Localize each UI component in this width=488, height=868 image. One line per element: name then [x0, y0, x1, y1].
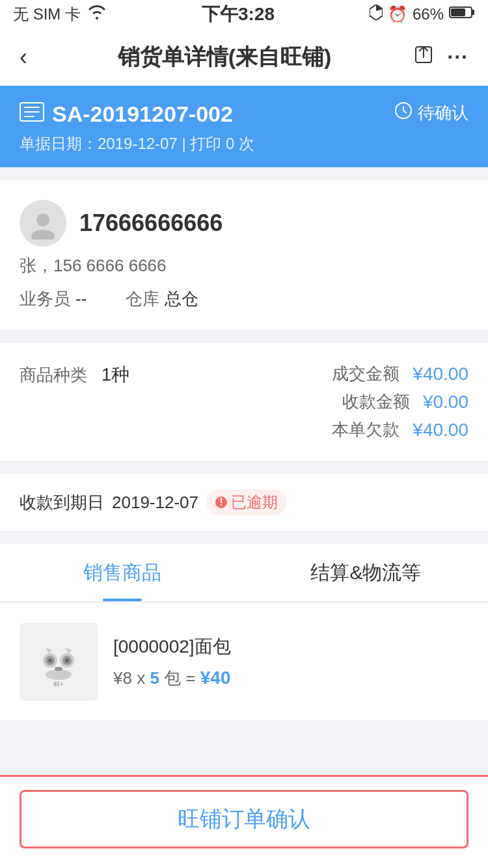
owed-label: 本单欠款 — [332, 418, 400, 441]
svg-point-8 — [31, 230, 55, 239]
multiply-sign: x — [137, 668, 150, 688]
summary-card: 商品种类 1种 成交金额 ¥40.00 收款金额 ¥0.00 本单欠款 ¥40.… — [0, 343, 488, 461]
warehouse-field: 仓库 总仓 — [126, 288, 198, 310]
page-title: 销货单详情(来自旺铺) — [59, 42, 390, 72]
salesperson-label: 业务员 — [20, 288, 70, 310]
owed-amount-row: 本单欠款 ¥40.00 — [332, 418, 468, 441]
quantity: 5 — [150, 668, 159, 688]
customer-phone: 17666666666 — [79, 210, 223, 237]
received-amount-row: 收款金额 ¥0.00 — [342, 390, 468, 413]
alarm-icon: ⏰ — [388, 5, 407, 23]
tab-products[interactable]: 销售商品 — [0, 544, 244, 601]
product-thumbnail: 鲜+ — [20, 623, 98, 701]
more-icon[interactable]: ··· — [447, 45, 468, 69]
back-button[interactable]: ‹ — [20, 44, 59, 71]
nav-actions: ··· — [390, 44, 468, 70]
unit: 包 — [164, 668, 181, 688]
svg-rect-3 — [451, 8, 465, 16]
tab-settlement[interactable]: 结算&物流等 — [244, 544, 488, 601]
battery-icon — [449, 5, 475, 23]
order-status: 待确认 — [394, 102, 468, 124]
salesperson-value: -- — [75, 289, 87, 309]
battery-text: 66% — [413, 5, 444, 23]
svg-rect-16 — [55, 667, 62, 671]
svg-point-14 — [65, 658, 69, 662]
svg-point-7 — [36, 213, 49, 226]
due-date-value: 2019-12-07 — [112, 493, 198, 513]
tab-indicator — [103, 599, 142, 601]
avatar — [20, 200, 66, 247]
received-label: 收款金额 — [342, 390, 410, 413]
status-left: 无 SIM 卡 — [13, 4, 107, 25]
product-types-value: 1种 — [102, 364, 130, 385]
customer-card: 17666666666 张，156 6666 6666 业务员 -- 仓库 总仓 — [0, 180, 488, 330]
svg-rect-2 — [472, 10, 474, 15]
bottom-bar: 旺铺订单确认 — [0, 775, 488, 868]
summary-amounts: 成交金额 ¥40.00 收款金额 ¥0.00 本单欠款 ¥40.00 — [332, 362, 468, 441]
owed-value: ¥40.00 — [413, 420, 468, 441]
confirm-order-button[interactable]: 旺铺订单确认 — [20, 790, 468, 848]
overdue-text: 已逾期 — [231, 492, 278, 513]
due-date-label: 收款到期日 — [20, 491, 104, 514]
product-list: 鲜+ [0000002]面包 ¥8 x 5 包 = ¥40 — [0, 603, 488, 721]
status-bar: 无 SIM 卡 下午3:28 ⏰ 66% — [0, 0, 488, 29]
location-icon — [370, 5, 383, 24]
transaction-value: ¥40.00 — [413, 364, 468, 385]
due-date-row: 收款到期日 2019-12-07 ! 已逾期 — [0, 474, 488, 531]
order-header: SA-20191207-002 单据日期：2019-12-07 | 打印 0 次… — [0, 86, 488, 167]
share-icon[interactable] — [413, 44, 434, 70]
product-name: [0000002]面包 — [113, 634, 468, 659]
svg-point-13 — [48, 658, 52, 662]
product-types: 商品种类 1种 — [20, 362, 129, 387]
order-date: 单据日期：2019-12-07 | 打印 0 次 — [20, 133, 254, 154]
carrier-text: 无 SIM 卡 — [13, 4, 81, 25]
equals-sign: = — [185, 668, 200, 688]
table-row: 鲜+ [0000002]面包 ¥8 x 5 包 = ¥40 — [0, 603, 488, 721]
salesperson-field: 业务员 -- — [20, 288, 87, 310]
status-right: ⏰ 66% — [370, 5, 475, 24]
tab-products-label: 销售商品 — [83, 560, 161, 586]
total-price: ¥40 — [200, 668, 231, 688]
warehouse-label: 仓库 — [126, 288, 159, 310]
status-time: 下午3:28 — [202, 2, 275, 27]
nav-bar: ‹ 销货单详情(来自旺铺) ··· — [0, 29, 488, 86]
tabs-container: 销售商品 结算&物流等 — [0, 544, 488, 602]
overdue-dot-icon: ! — [215, 496, 227, 508]
svg-point-15 — [46, 670, 72, 680]
product-price: ¥8 x 5 包 = ¥40 — [113, 667, 468, 690]
order-icon — [20, 102, 44, 127]
product-info: [0000002]面包 ¥8 x 5 包 = ¥40 — [113, 634, 468, 690]
transaction-label: 成交金额 — [332, 362, 400, 385]
warehouse-value: 总仓 — [165, 288, 198, 310]
transaction-amount-row: 成交金额 ¥40.00 — [332, 362, 468, 385]
unit-price: ¥8 — [113, 668, 132, 688]
clock-icon — [394, 102, 413, 124]
product-types-label: 商品种类 — [20, 365, 87, 385]
order-id: SA-20191207-002 — [20, 102, 254, 127]
tab-settlement-label: 结算&物流等 — [310, 560, 421, 586]
received-value: ¥0.00 — [423, 392, 468, 413]
wifi-icon — [87, 5, 107, 23]
overdue-badge: ! 已逾期 — [206, 489, 287, 515]
customer-name: 张，156 6666 6666 — [20, 254, 468, 277]
svg-text:鲜+: 鲜+ — [53, 681, 64, 688]
customer-meta: 业务员 -- 仓库 总仓 — [20, 288, 468, 310]
